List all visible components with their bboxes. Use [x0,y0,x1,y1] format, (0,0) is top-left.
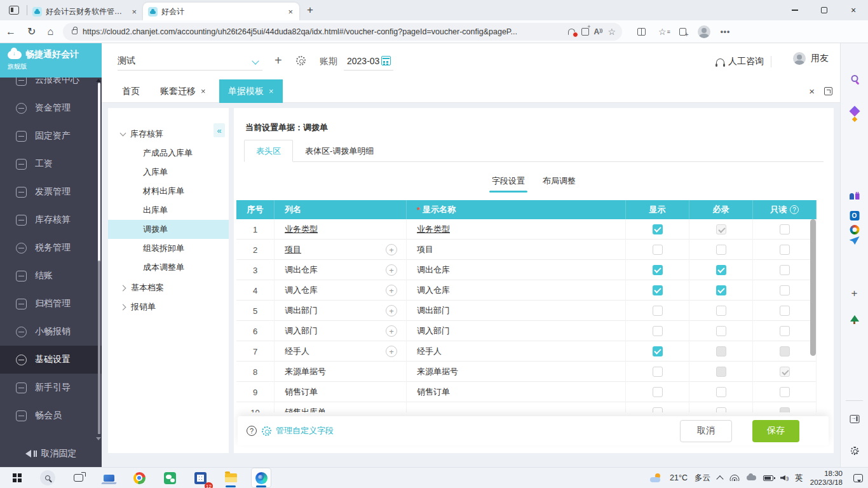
show-checkbox[interactable] [653,224,663,234]
scroll-down-icon[interactable] [96,437,101,443]
taskbar-pc-icon[interactable] [99,468,118,487]
add-column-icon[interactable] [386,244,397,255]
required-checkbox[interactable] [716,387,726,397]
sidebar-item-10[interactable]: 基础设置 [0,346,102,374]
weather-icon[interactable] [650,473,663,482]
browser-tab-1[interactable]: 好会计云财务软件管理系统_会计 × [27,3,143,20]
help-icon[interactable]: ? [790,205,799,214]
support-link[interactable]: 人工咨询 [716,56,764,67]
manage-custom-fields-link[interactable]: 管理自定义字段 [276,425,334,437]
address-bar[interactable]: https://cloud2.chanjet.com/accounting/uh… [63,23,622,41]
sidebar-item-7[interactable]: 结账 [0,262,102,290]
workspace-tab-2[interactable]: 单据模板× [219,79,283,103]
required-checkbox[interactable] [716,346,726,356]
sidebar-item-8[interactable]: 归档管理 [0,290,102,318]
account-settings-icon[interactable] [296,56,306,65]
sidebar-item-6[interactable]: 税务管理 [0,234,102,262]
tree-root-inventory[interactable]: 库存核算 [108,125,229,144]
required-checkbox[interactable] [716,245,726,255]
tab-close-icon[interactable]: × [269,86,274,96]
required-checkbox[interactable] [716,265,726,275]
games-icon[interactable] [849,191,860,200]
clock[interactable]: 18:30 2023/3/18 [810,469,843,487]
manage-fields-gear-icon[interactable] [262,426,271,436]
sidebar-item-2[interactable]: 固定资产 [0,122,102,150]
drop-icon[interactable] [850,236,860,245]
favorite-star-icon[interactable]: ☆ [608,27,616,37]
save-button[interactable]: 保存 [752,420,799,442]
sidebar-item-1[interactable]: 资金管理 [0,94,102,122]
tree-icon[interactable] [850,311,859,322]
show-checkbox[interactable] [653,265,663,275]
sidebar-item-5[interactable]: 库存核算 [0,206,102,234]
user-menu[interactable]: 用友 [793,52,829,65]
taskbar-edge-icon[interactable] [252,468,271,487]
sidebar-settings-icon[interactable] [850,447,858,455]
readonly-checkbox[interactable] [780,387,790,397]
readonly-checkbox[interactable] [780,285,790,295]
readonly-checkbox[interactable] [780,407,790,412]
outlook-icon[interactable] [850,211,859,220]
readonly-checkbox[interactable] [780,224,790,234]
tab-close-icon[interactable]: × [201,86,206,96]
refresh-icon[interactable]: ↻ [27,25,36,37]
readonly-checkbox[interactable] [780,326,790,336]
tree-item-1[interactable]: 入库单 [108,163,229,182]
unpin-sidebar-button[interactable]: 取消固定 [0,448,102,459]
show-checkbox[interactable] [653,387,663,397]
tab-close-icon[interactable]: × [287,7,294,17]
onedrive-icon[interactable] [747,475,756,480]
tab-header-area[interactable]: 表头区 [244,140,293,162]
show-checkbox[interactable] [653,346,663,356]
sidebar-item-9[interactable]: 小畅报销 [0,318,102,346]
taskbar-wechat-icon[interactable] [160,468,179,487]
chevron-down-icon[interactable] [252,57,259,64]
tree-item-5[interactable]: 组装拆卸单 [108,239,229,258]
new-tab-button[interactable]: + [307,4,313,17]
copilot-icon[interactable] [849,106,860,117]
cancel-button[interactable]: 取消 [680,420,732,442]
tree-item-0[interactable]: 产成品入库单 [108,144,229,163]
weather-desc[interactable]: 多云 [695,473,710,484]
taskbar-explorer-icon[interactable] [221,468,240,487]
required-checkbox[interactable] [716,326,726,336]
taskbar-chrome-icon[interactable] [130,468,149,487]
collections-icon[interactable] [679,28,686,36]
tab-body-area[interactable]: 表体区-调拨单明细 [294,140,385,162]
show-checkbox[interactable] [653,306,663,316]
period-value[interactable]: 2023-03 [347,56,379,66]
add-column-icon[interactable] [386,346,397,357]
account-select[interactable]: 测试 [118,55,135,67]
show-checkbox[interactable] [653,326,663,336]
tree-item-2[interactable]: 材料出库单 [108,182,229,201]
show-checkbox[interactable] [653,245,663,255]
hidden-icons-chevron[interactable] [716,475,723,482]
required-checkbox[interactable] [716,224,726,234]
home-icon[interactable]: ⌂ [47,26,53,37]
add-column-icon[interactable] [386,305,397,316]
add-account-icon[interactable]: + [275,53,282,68]
maximize-button[interactable] [810,0,839,20]
show-checkbox[interactable] [653,407,663,412]
notification-center-icon[interactable] [853,474,863,482]
notifications-blocked-icon[interactable] [568,29,575,35]
readonly-checkbox[interactable] [780,265,790,275]
taskbar-task-view-icon[interactable] [69,468,88,487]
install-app-icon[interactable] [581,28,589,36]
add-column-icon[interactable] [386,285,397,296]
sidebar-item-11[interactable]: 新手引导 [0,374,102,402]
readonly-checkbox[interactable] [780,306,790,316]
table-scrollbar-thumb[interactable] [810,219,816,356]
minimize-button[interactable] [780,0,810,20]
workspace-tab-1[interactable]: 账套迁移× [151,79,215,103]
calendar-icon[interactable] [381,56,391,65]
taskbar-search-icon[interactable] [38,468,57,487]
tab-list-icon[interactable] [9,6,19,15]
sidebar-item-3[interactable]: 工资 [0,150,102,178]
search-icon[interactable] [851,75,858,82]
required-checkbox[interactable] [716,407,726,412]
required-checkbox[interactable] [716,306,726,316]
required-checkbox[interactable] [716,285,726,295]
scroll-up-icon[interactable] [96,76,101,82]
close-all-icon[interactable]: × [809,86,815,97]
